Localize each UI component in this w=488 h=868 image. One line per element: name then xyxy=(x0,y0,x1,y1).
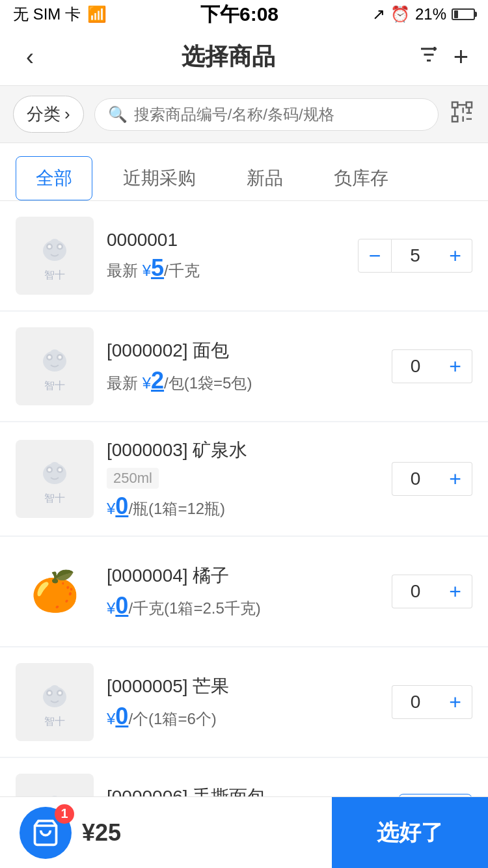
list-item: 智十 0000001 最新 ¥5/千克 − + xyxy=(0,201,488,310)
svg-point-17 xyxy=(48,245,51,248)
svg-rect-6 xyxy=(452,116,457,121)
product-info: 0000001 最新 ¥5/千克 xyxy=(107,230,347,282)
qty-minus-button[interactable]: − xyxy=(358,239,392,273)
product-info: [0000003] 矿泉水 250ml ¥0/瓶(1箱=12瓶) xyxy=(107,438,381,520)
product-name: [0000003] 矿泉水 xyxy=(107,438,381,463)
tab-bar: 全部 近期采购 新品 负库存 xyxy=(0,143,488,201)
list-item: 智十 [0000003] 矿泉水 250ml ¥0/瓶(1箱=12瓶) + xyxy=(0,422,488,536)
quantity-input[interactable] xyxy=(392,349,439,383)
product-info: [0000005] 芒果 ¥0/个(1箱=6个) xyxy=(107,674,381,730)
battery-icon xyxy=(452,8,475,20)
svg-point-36 xyxy=(59,691,62,694)
cart-badge: 1 xyxy=(55,804,74,824)
tab-neg-stock[interactable]: 负库存 xyxy=(314,156,409,200)
search-input[interactable] xyxy=(134,105,425,124)
status-bar: 无 SIM 卡 📶 下午6:08 ↗ ⏰ 21% xyxy=(0,0,488,29)
svg-point-29 xyxy=(48,468,51,471)
quantity-control: + xyxy=(392,575,472,608)
page-title: 选择商品 xyxy=(182,41,275,73)
cart-icon xyxy=(31,819,60,847)
svg-point-23 xyxy=(48,355,51,359)
list-item: 智十 [0000005] 芒果 ¥0/个(1箱=6个) + xyxy=(0,647,488,757)
quantity-control: − + xyxy=(358,239,472,273)
back-button[interactable]: ‹ xyxy=(20,37,40,77)
svg-rect-5 xyxy=(467,102,472,107)
cart-area: 1 ¥25 xyxy=(0,807,332,859)
nav-actions: + xyxy=(417,42,468,72)
product-name: [0000004] 橘子 xyxy=(107,563,381,588)
nav-bar: ‹ 选择商品 + xyxy=(0,29,488,86)
tab-new[interactable]: 新品 xyxy=(226,156,303,200)
location-icon: ↗ xyxy=(372,5,385,23)
product-thumbnail: 智十 xyxy=(16,440,94,518)
quantity-control: + xyxy=(392,462,472,496)
bottom-bar: 1 ¥25 选好了 xyxy=(0,796,488,868)
product-thumbnail: 智十 xyxy=(16,217,94,295)
svg-point-25 xyxy=(51,349,59,355)
alarm-icon: ⏰ xyxy=(390,5,410,23)
cart-total: ¥25 xyxy=(82,819,121,847)
qty-plus-button[interactable]: + xyxy=(439,685,472,719)
add-button[interactable]: + xyxy=(454,42,468,72)
battery-label: 21% xyxy=(415,5,446,23)
product-thumbnail: 智十 xyxy=(16,327,94,405)
filter-bar: 分类 › 🔍 xyxy=(0,86,488,143)
qty-plus-button[interactable]: + xyxy=(439,462,472,496)
product-name: [0000005] 芒果 xyxy=(107,674,381,699)
status-right: ↗ ⏰ 21% xyxy=(372,5,475,23)
tab-recent[interactable]: 近期采购 xyxy=(103,156,216,200)
product-info: [0000002] 面包 最新 ¥2/包(1袋=5包) xyxy=(107,338,381,394)
scan-icon[interactable] xyxy=(449,99,475,130)
product-price: 最新 ¥2/包(1袋=5包) xyxy=(107,367,381,394)
product-name: [0000002] 面包 xyxy=(107,338,381,363)
product-price: ¥0/个(1箱=6个) xyxy=(107,703,381,730)
chevron-right-icon: › xyxy=(64,104,70,124)
list-item: 🍊 [0000004] 橘子 ¥0/千克(1箱=2.5千克) + xyxy=(0,537,488,646)
qty-plus-button[interactable]: + xyxy=(439,239,472,273)
svg-point-18 xyxy=(59,245,62,248)
quantity-input[interactable] xyxy=(392,462,439,496)
svg-point-30 xyxy=(59,468,62,471)
svg-point-35 xyxy=(48,691,51,694)
filter-icon[interactable] xyxy=(417,43,441,71)
status-carrier: 无 SIM 卡 📶 xyxy=(13,4,107,25)
cart-icon-wrap[interactable]: 1 xyxy=(20,807,72,859)
svg-point-24 xyxy=(59,355,62,359)
product-list: 智十 0000001 最新 ¥5/千克 − + xyxy=(0,201,488,868)
svg-point-19 xyxy=(51,239,59,244)
product-info: [0000004] 橘子 ¥0/千克(1箱=2.5千克) xyxy=(107,563,381,619)
svg-rect-4 xyxy=(452,102,457,107)
product-spec: 250ml xyxy=(107,468,159,489)
quantity-control: + xyxy=(392,685,472,719)
product-price: ¥0/瓶(1箱=12瓶) xyxy=(107,493,381,520)
search-icon: 🔍 xyxy=(108,105,128,124)
product-price: 最新 ¥5/千克 xyxy=(107,254,347,282)
qty-plus-button[interactable]: + xyxy=(439,575,472,608)
quantity-control: + xyxy=(392,349,472,383)
quantity-input[interactable] xyxy=(392,239,439,273)
qty-plus-button[interactable]: + xyxy=(439,349,472,383)
quantity-input[interactable] xyxy=(392,685,439,719)
product-price: ¥0/千克(1箱=2.5千克) xyxy=(107,592,381,619)
wifi-icon: 📶 xyxy=(87,5,107,23)
product-thumbnail: 智十 xyxy=(16,663,94,741)
category-button[interactable]: 分类 › xyxy=(13,96,84,133)
search-box: 🔍 xyxy=(94,98,439,131)
product-thumbnail: 🍊 xyxy=(16,552,94,631)
quantity-input[interactable] xyxy=(392,575,439,608)
list-item: 智十 [0000002] 面包 最新 ¥2/包(1袋=5包) + xyxy=(0,312,488,421)
product-name: 0000001 xyxy=(107,230,347,251)
svg-point-31 xyxy=(51,462,59,467)
tab-all[interactable]: 全部 xyxy=(16,156,92,200)
svg-point-37 xyxy=(51,685,59,690)
status-time: 下午6:08 xyxy=(200,1,278,28)
product-image: 🍊 xyxy=(31,572,79,611)
checkout-button[interactable]: 选好了 xyxy=(332,797,488,869)
